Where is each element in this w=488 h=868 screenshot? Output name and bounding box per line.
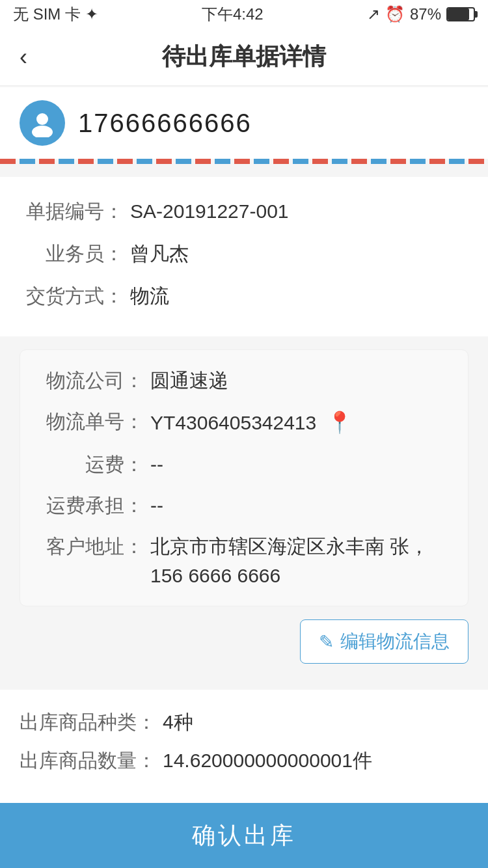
- goods-quantity-value: 14.620000000000001件: [163, 748, 372, 774]
- nav-bar: ‹ 待出库单据详情: [0, 29, 488, 86]
- dashed-divider: [0, 159, 488, 164]
- delivery-method-label: 交货方式：: [20, 281, 124, 310]
- status-time: 下午4:42: [202, 4, 264, 25]
- alarm-icon: ⏰: [385, 5, 405, 23]
- tracking-number-value: YT43064053424​13 📍: [150, 407, 448, 438]
- freight-responsible-row: 运费承担： --: [40, 491, 448, 520]
- document-number-row: 单据编号： SA-20191227-001: [20, 197, 468, 226]
- confirm-bar[interactable]: 确认出库: [0, 803, 488, 868]
- address-row: 客户地址： 北京市市辖区海淀区永丰南 张，156 6666 6666: [40, 532, 448, 590]
- confirm-button-label: 确认出库: [192, 820, 296, 852]
- sales-person-label: 业务员：: [20, 239, 124, 268]
- logistics-company-value: 圆通速递: [150, 366, 448, 395]
- sales-person-row: 业务员： 曾凡杰: [20, 239, 468, 268]
- address-value: 北京市市辖区海淀区永丰南 张，156 6666 6666: [150, 532, 448, 590]
- section-divider: [0, 677, 488, 690]
- tracking-number-row: 物流单号： YT43064053424​13 📍: [40, 407, 448, 438]
- status-left: 无 SIM 卡 ✦: [13, 4, 98, 25]
- logistics-company-row: 物流公司： 圆通速递: [40, 366, 448, 395]
- svg-point-0: [36, 113, 48, 125]
- status-bar: 无 SIM 卡 ✦ 下午4:42 ↗ ⏰ 87%: [0, 0, 488, 29]
- goods-types-value: 4种: [163, 709, 193, 736]
- goods-types-row: 出库商品种类： 4种: [20, 709, 468, 736]
- user-phone: 17666666666: [78, 109, 252, 138]
- basic-info-section: 单据编号： SA-20191227-001 业务员： 曾凡杰 交货方式： 物流: [0, 177, 488, 336]
- battery-percent: 87%: [410, 5, 441, 23]
- svg-point-1: [32, 126, 53, 137]
- edit-logistics-label: 编辑物流信息: [340, 629, 450, 654]
- edit-logistics-button[interactable]: ✎ 编辑物流信息: [300, 619, 468, 664]
- document-number-value: SA-20191227-001: [130, 197, 468, 226]
- edit-icon: ✎: [319, 631, 334, 653]
- location-pin-icon[interactable]: 📍: [327, 407, 353, 438]
- freight-row: 运费： --: [40, 450, 448, 479]
- document-number-label: 单据编号：: [20, 197, 124, 226]
- goods-section: 出库商品种类： 4种 出库商品数量： 14.620000000000001件: [0, 690, 488, 799]
- tracking-number-label: 物流单号：: [40, 407, 144, 436]
- goods-quantity-label: 出库商品数量：: [20, 748, 156, 774]
- status-right: ↗ ⏰ 87%: [367, 5, 475, 23]
- goods-types-label: 出库商品种类：: [20, 709, 156, 736]
- avatar: [20, 100, 65, 146]
- edit-logistics-btn-wrap: ✎ 编辑物流信息: [0, 619, 488, 677]
- delivery-method-value: 物流: [130, 281, 468, 310]
- freight-value: --: [150, 450, 448, 479]
- logistics-company-label: 物流公司：: [40, 366, 144, 395]
- delivery-method-row: 交货方式： 物流: [20, 281, 468, 310]
- back-button[interactable]: ‹: [20, 44, 27, 71]
- battery-indicator: [446, 7, 475, 21]
- logistics-card: 物流公司： 圆通速递 物流单号： YT43064053424​13 📍 运费： …: [20, 349, 468, 606]
- freight-responsible-value: --: [150, 491, 448, 520]
- location-icon-status: ↗: [367, 5, 380, 23]
- user-header: 17666666666: [0, 87, 488, 159]
- freight-responsible-label: 运费承担：: [40, 491, 144, 520]
- sales-person-value: 曾凡杰: [130, 239, 468, 268]
- address-label: 客户地址：: [40, 532, 144, 561]
- sim-status: 无 SIM 卡 ✦: [13, 4, 98, 25]
- freight-label: 运费：: [40, 450, 144, 479]
- page-title: 待出库单据详情: [162, 41, 326, 73]
- goods-quantity-row: 出库商品数量： 14.620000000000001件: [20, 748, 468, 774]
